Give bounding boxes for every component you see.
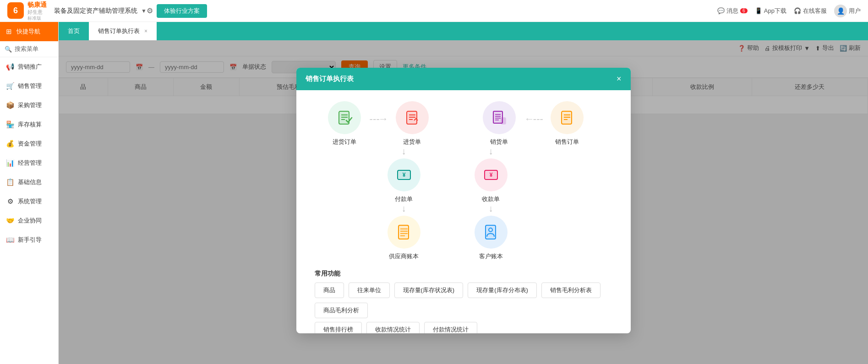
sidebar-item-inventory[interactable]: 🏪 库存核算	[0, 115, 58, 134]
trial-btn[interactable]: 体验行业方案	[157, 4, 207, 18]
message-btn[interactable]: 💬 消息 6	[717, 7, 748, 15]
receipt-bill-circle[interactable]: ¥	[475, 158, 508, 191]
top-right-area: 💬 消息 6 📱 App下载 🎧 在线客服 👤 用户	[717, 5, 861, 17]
sidebar-item-basic-info[interactable]: 📋 基础信息	[0, 173, 58, 192]
basic-info-icon: 📋	[6, 178, 14, 186]
sidebar-item-enterprise[interactable]: 🤝 企业协同	[0, 211, 58, 230]
flow-node-customer-ledger[interactable]: 客户账本	[461, 216, 521, 261]
flow-row-2: ¥ 付款单	[315, 158, 580, 203]
app-download-btn[interactable]: 📱 App下载	[755, 7, 786, 15]
payment-bill-circle[interactable]: ¥	[388, 158, 420, 191]
message-icon: 💬	[717, 7, 725, 14]
system-dropdown-btn[interactable]: ▼	[141, 8, 147, 14]
content-main: ❓ 帮助 🖨 按模板打印 ▼ ⬆ 导出 🔄 刷新	[59, 40, 868, 364]
logo-text: 畅康通 好生意 标准版	[27, 0, 47, 21]
sidebar-item-finance[interactable]: 💰 资金管理	[0, 134, 58, 153]
flow-diagram: 进货订单 - - -→	[315, 101, 612, 261]
sales-icon: 🛒	[6, 82, 14, 90]
modal-close-btn[interactable]: ×	[617, 74, 622, 84]
down-arrow-sales-bill: ↓	[489, 146, 493, 157]
modal-body: 进货订单 - - -→	[296, 90, 631, 333]
purchase-icon: 📦	[6, 101, 14, 109]
func-btn-sales-profit-analysis[interactable]: 销售毛利分析表	[541, 283, 601, 298]
message-badge: 6	[740, 8, 748, 13]
supplier-ledger-label: 供应商账本	[389, 252, 419, 261]
supplier-ledger-circle[interactable]	[388, 216, 420, 249]
flow-node-purchase-order[interactable]: 进货订单	[315, 101, 374, 146]
sidebar: ⊞ 快捷导航 🔍 搜索菜单 📢 营销推广 🛒 销售管理 📦 采购管理 🏪	[0, 22, 59, 364]
top-bar: 6 畅康通 好生意 标准版 装备及固定资产辅助管理系统 ▼ ⚙ 体验行业方案 💬…	[0, 0, 868, 22]
flow-node-payment-bill[interactable]: ¥ 付款单	[374, 158, 434, 203]
logo-area: 6 畅康通 好生意 标准版	[7, 0, 47, 21]
tab-home[interactable]: 首页	[59, 22, 89, 40]
func-btn-receipt-stats[interactable]: 收款情况统计	[366, 322, 420, 333]
system-icon: ⚙	[6, 197, 14, 206]
purchase-bill-circle[interactable]	[396, 101, 429, 134]
down-arrow-receipt: ↓	[489, 203, 493, 214]
search-icon: 🔍	[5, 46, 12, 53]
flow-node-supplier-ledger[interactable]: 供应商账本	[374, 216, 434, 261]
func-btn-sales-ranking[interactable]: 销售排行榜	[315, 322, 362, 333]
sidebar-item-marketing[interactable]: 📢 营销推广	[0, 57, 58, 76]
function-row-1: 商品 往来单位 现存量(库存状况表) 现存量(库存分布表) 销售毛利分析表 商品…	[315, 283, 612, 318]
download-icon: 📱	[755, 7, 762, 14]
svg-rect-16	[501, 118, 506, 124]
svg-text:¥: ¥	[489, 172, 492, 178]
sidebar-item-purchase[interactable]: 📦 采购管理	[0, 96, 58, 115]
marketing-icon: 📢	[6, 63, 14, 71]
operations-icon: 📊	[6, 159, 14, 167]
purchase-order-label: 进货订单	[333, 138, 356, 146]
svg-rect-28	[399, 225, 409, 239]
sidebar-item-operations[interactable]: 📊 经营管理	[0, 153, 58, 173]
flow-node-sales-bill[interactable]: 销货单	[469, 101, 529, 146]
sales-bill-label: 销货单	[490, 138, 508, 146]
modal-header: 销售订单执行表 ×	[296, 68, 631, 90]
flow-node-sales-order[interactable]: 销售订单	[537, 101, 597, 146]
system-name: 装备及固定资产辅助管理系统	[54, 7, 137, 15]
common-functions: 常用功能 商品 往来单位 现存量(库存状况表) 现存量(库存分布表) 销售毛利分…	[315, 270, 612, 333]
sidebar-item-quick-nav[interactable]: ⊞ 快捷导航	[0, 22, 58, 41]
tab-bar: 首页 销售订单执行表 ×	[59, 22, 868, 40]
tab-sales-order-exec[interactable]: 销售订单执行表 ×	[89, 22, 157, 40]
sidebar-item-system[interactable]: ⚙ 系统管理	[0, 192, 58, 211]
content-area: 首页 销售订单执行表 × ❓ 帮助 🖨 按模板打印	[59, 22, 868, 364]
sales-order-circle[interactable]	[551, 101, 584, 134]
settings-icon[interactable]: ⚙	[147, 6, 153, 15]
flow-node-receipt-bill[interactable]: ¥ 收款单	[461, 158, 521, 203]
flow-row-1: 进货订单 - - -→	[315, 101, 597, 146]
modal-overlay[interactable]: 销售订单执行表 ×	[59, 40, 868, 364]
sidebar-search[interactable]: 🔍 搜索菜单	[0, 41, 58, 57]
modal: 销售订单执行表 ×	[296, 68, 631, 333]
down-arrow-payment: ↓	[402, 203, 406, 214]
flow-row-3: 供应商账本	[315, 216, 580, 261]
user-area[interactable]: 👤 用户	[834, 5, 861, 17]
online-service-btn[interactable]: 🎧 在线客服	[794, 7, 827, 15]
purchase-order-circle[interactable]	[328, 101, 361, 134]
flow-node-purchase-bill[interactable]: 进货单	[382, 101, 442, 146]
func-btn-product[interactable]: 商品	[315, 283, 344, 298]
receipt-bill-label: 收款单	[482, 195, 500, 203]
func-btn-counterpart[interactable]: 往来单位	[349, 283, 390, 298]
func-btn-current-stock-dist[interactable]: 现存量(库存分布表)	[468, 283, 537, 298]
customer-ledger-label: 客户账本	[479, 252, 503, 261]
func-btn-current-stock-status[interactable]: 现存量(库存状况表)	[394, 283, 464, 298]
tab-close-btn[interactable]: ×	[144, 28, 147, 34]
customer-ledger-circle[interactable]	[475, 216, 508, 249]
guide-icon: 📖	[6, 236, 14, 244]
enterprise-icon: 🤝	[6, 217, 14, 225]
arrow-row-1: ↓ ↓	[315, 146, 612, 157]
sales-bill-circle[interactable]	[483, 101, 516, 134]
logo-icon: 6	[7, 2, 24, 19]
modal-title: 销售订单执行表	[306, 75, 354, 83]
service-icon: 🎧	[794, 7, 801, 14]
purchase-bill-label: 进货单	[403, 138, 421, 146]
function-row-2: 销售排行榜 收款情况统计 付款情况统计	[315, 322, 612, 333]
sidebar-item-guide[interactable]: 📖 新手引导	[0, 230, 58, 250]
quick-nav-icon: ⊞	[5, 27, 13, 36]
func-btn-payment-stats[interactable]: 付款情况统计	[424, 322, 477, 333]
common-functions-title: 常用功能	[315, 270, 612, 278]
sales-order-label: 销售订单	[555, 138, 579, 146]
sidebar-item-sales[interactable]: 🛒 销售管理	[0, 76, 58, 96]
finance-icon: 💰	[6, 140, 14, 148]
func-btn-product-profit-analysis[interactable]: 商品毛利分析	[315, 303, 368, 318]
